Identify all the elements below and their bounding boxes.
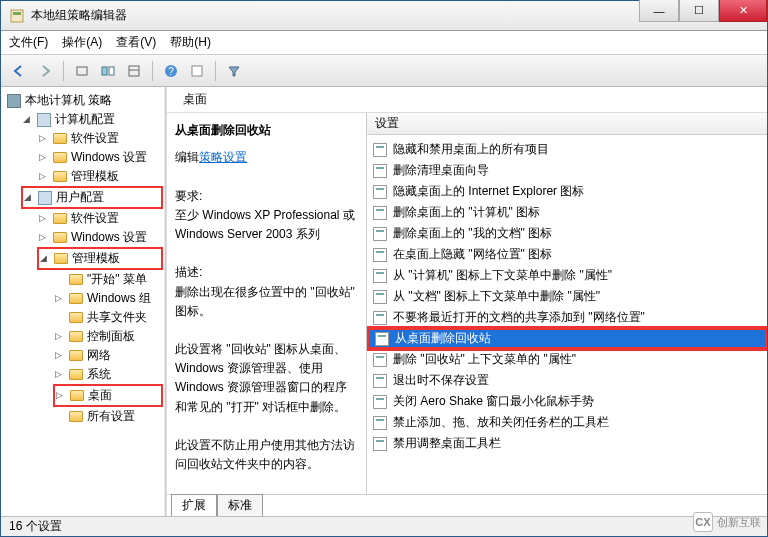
description-pane: 从桌面删除回收站 编辑策略设置 要求: 至少 Windows XP Profes… xyxy=(167,113,367,494)
tree-shared-folders[interactable]: 共享文件夹 xyxy=(53,308,163,327)
setting-item[interactable]: 不要将最近打开的文档的共享添加到 "网络位置" xyxy=(367,307,767,328)
setting-item[interactable]: 从桌面删除回收站 xyxy=(367,328,767,349)
tree-network[interactable]: ▷网络 xyxy=(53,346,163,365)
tree-start-menu[interactable]: "开始" 菜单 xyxy=(53,270,163,289)
right-header: 桌面 xyxy=(167,87,767,113)
setting-item[interactable]: 在桌面上隐藏 "网络位置" 图标 xyxy=(367,244,767,265)
status-text: 16 个设置 xyxy=(9,518,62,535)
expand-icon: ▷ xyxy=(55,365,65,384)
tree-pane: 本地计算机 策略 ◢计算机配置 ▷软件设置 ▷Windows 设置 ▷管理模板 xyxy=(1,87,166,516)
tree-system[interactable]: ▷系统 xyxy=(53,365,163,384)
setting-icon xyxy=(373,269,387,283)
setting-item[interactable]: 从 "计算机" 图标上下文菜单中删除 "属性" xyxy=(367,265,767,286)
svg-rect-0 xyxy=(11,10,23,22)
svg-rect-9 xyxy=(192,66,202,76)
tree-windows-settings-2[interactable]: ▷Windows 设置 xyxy=(37,228,163,247)
menu-view[interactable]: 查看(V) xyxy=(116,34,156,51)
toolbar-icon-1[interactable] xyxy=(70,59,94,83)
separator xyxy=(152,61,153,81)
label: 管理模板 xyxy=(71,167,119,186)
back-button[interactable] xyxy=(7,59,31,83)
minimize-button[interactable]: — xyxy=(639,0,679,22)
setting-item[interactable]: 退出时不保存设置 xyxy=(367,370,767,391)
tree-admin-templates-2[interactable]: ◢管理模板 xyxy=(37,247,163,270)
setting-label: 从 "计算机" 图标上下文菜单中删除 "属性" xyxy=(393,267,612,284)
tab-extended[interactable]: 扩展 xyxy=(171,494,217,516)
edit-policy-link[interactable]: 策略设置 xyxy=(199,150,247,164)
label: 共享文件夹 xyxy=(87,308,147,327)
setting-icon xyxy=(373,353,387,367)
tree-desktop[interactable]: ▷桌面 xyxy=(53,384,163,407)
tree-control-panel[interactable]: ▷控制面板 xyxy=(53,327,163,346)
folder-icon xyxy=(69,350,83,361)
setting-item[interactable]: 禁用调整桌面工具栏 xyxy=(367,433,767,454)
tree-software-settings[interactable]: ▷软件设置 xyxy=(37,129,163,148)
setting-icon xyxy=(373,395,387,409)
menu-action[interactable]: 操作(A) xyxy=(62,34,102,51)
status-bar: 16 个设置 xyxy=(1,516,767,536)
folder-icon xyxy=(53,171,67,182)
expand-icon: ◢ xyxy=(40,249,50,268)
setting-item[interactable]: 从 "文档" 图标上下文菜单中删除 "属性" xyxy=(367,286,767,307)
setting-icon xyxy=(373,290,387,304)
description-text-3: 此设置不防止用户使用其他方法访问回收站文件夹中的内容。 xyxy=(175,436,358,474)
setting-label: 从 "文档" 图标上下文菜单中删除 "属性" xyxy=(393,288,600,305)
folder-icon xyxy=(53,213,67,224)
setting-item[interactable]: 关闭 Aero Shake 窗口最小化鼠标手势 xyxy=(367,391,767,412)
tree-windows-group[interactable]: ▷Windows 组 xyxy=(53,289,163,308)
menu-file[interactable]: 文件(F) xyxy=(9,34,48,51)
setting-label: 关闭 Aero Shake 窗口最小化鼠标手势 xyxy=(393,393,594,410)
expand-icon: ◢ xyxy=(24,188,34,207)
setting-item[interactable]: 删除 "回收站" 上下文菜单的 "属性" xyxy=(367,349,767,370)
tree-windows-settings[interactable]: ▷Windows 设置 xyxy=(37,148,163,167)
maximize-button[interactable]: ☐ xyxy=(679,0,719,22)
toolbar-icon-4[interactable] xyxy=(185,59,209,83)
settings-list: 隐藏和禁用桌面上的所有项目删除清理桌面向导隐藏桌面上的 Internet Exp… xyxy=(367,135,767,494)
setting-label: 删除清理桌面向导 xyxy=(393,162,489,179)
svg-rect-3 xyxy=(102,67,107,75)
setting-item[interactable]: 删除桌面上的 "计算机" 图标 xyxy=(367,202,767,223)
settings-column-header[interactable]: 设置 xyxy=(367,113,767,135)
folder-icon xyxy=(69,331,83,342)
setting-icon xyxy=(373,164,387,178)
setting-label: 从桌面删除回收站 xyxy=(395,330,491,347)
tab-standard[interactable]: 标准 xyxy=(217,494,263,516)
label: 用户配置 xyxy=(56,188,104,207)
view-tabs: 扩展 标准 xyxy=(167,494,767,516)
tree-computer-config[interactable]: ◢计算机配置 xyxy=(21,110,163,129)
tree-software-settings-2[interactable]: ▷软件设置 xyxy=(37,209,163,228)
tree-all-settings[interactable]: 所有设置 xyxy=(53,407,163,426)
watermark: CX 创新互联 xyxy=(693,512,761,532)
help-icon[interactable]: ? xyxy=(159,59,183,83)
menu-help[interactable]: 帮助(H) xyxy=(170,34,211,51)
folder-icon xyxy=(69,411,83,422)
edit-policy-row: 编辑策略设置 xyxy=(175,148,358,167)
label: 所有设置 xyxy=(87,407,135,426)
label: 软件设置 xyxy=(71,129,119,148)
folder-icon xyxy=(53,232,67,243)
tree-user-config[interactable]: ◢用户配置 xyxy=(21,186,163,209)
folder-icon xyxy=(53,152,67,163)
toolbar-icon-2[interactable] xyxy=(96,59,120,83)
setting-item[interactable]: 隐藏桌面上的 Internet Explorer 图标 xyxy=(367,181,767,202)
setting-label: 隐藏桌面上的 Internet Explorer 图标 xyxy=(393,183,584,200)
close-button[interactable]: ✕ xyxy=(719,0,767,22)
requirements-text: 至少 Windows XP Professional 或 Windows Ser… xyxy=(175,206,358,244)
forward-button[interactable] xyxy=(33,59,57,83)
filter-icon[interactable] xyxy=(222,59,246,83)
expand-icon: ▷ xyxy=(39,148,49,167)
setting-item[interactable]: 删除桌面上的 "我的文档" 图标 xyxy=(367,223,767,244)
tree-root[interactable]: 本地计算机 策略 xyxy=(5,91,163,110)
setting-item[interactable]: 删除清理桌面向导 xyxy=(367,160,767,181)
setting-item[interactable]: 禁止添加、拖、放和关闭任务栏的工具栏 xyxy=(367,412,767,433)
folder-icon xyxy=(69,293,83,304)
label: Windows 组 xyxy=(87,289,151,308)
label: 桌面 xyxy=(88,386,112,405)
menubar: 文件(F) 操作(A) 查看(V) 帮助(H) xyxy=(1,31,767,55)
settings-list-pane: 设置 隐藏和禁用桌面上的所有项目删除清理桌面向导隐藏桌面上的 Internet … xyxy=(367,113,767,494)
toolbar-icon-3[interactable] xyxy=(122,59,146,83)
setting-item[interactable]: 隐藏和禁用桌面上的所有项目 xyxy=(367,139,767,160)
description-text-1: 删除出现在很多位置中的 "回收站" 图标。 xyxy=(175,283,358,321)
tree-admin-templates[interactable]: ▷管理模板 xyxy=(37,167,163,186)
setting-icon xyxy=(375,332,389,346)
